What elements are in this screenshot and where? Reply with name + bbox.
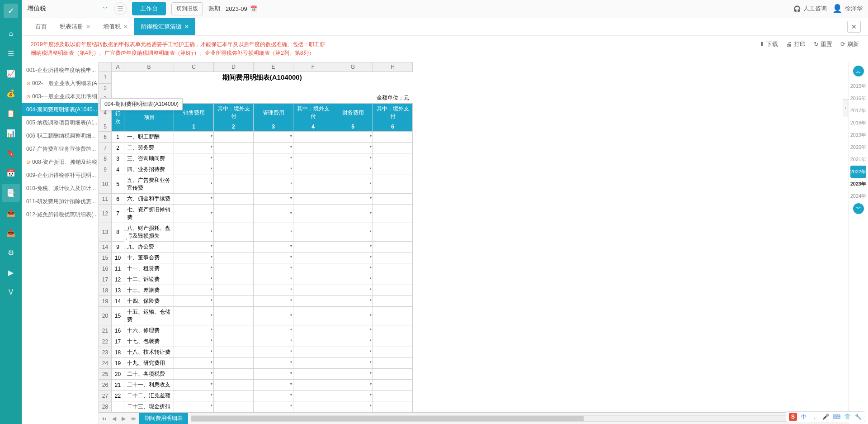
table-row[interactable]: 83三、咨询顾问费*** bbox=[99, 153, 413, 164]
year-option[interactable]: 2020年 bbox=[850, 141, 866, 153]
nav-v-icon[interactable]: V bbox=[2, 283, 20, 301]
nav-export-icon[interactable]: 📤 bbox=[2, 204, 20, 222]
form-list-item[interactable]: 001-企业所得税年度纳税申... bbox=[22, 64, 98, 77]
col-header[interactable]: E bbox=[254, 62, 293, 72]
nav-video-icon[interactable]: ▶ bbox=[2, 263, 20, 281]
switch-old-button[interactable]: 切到旧版 bbox=[171, 2, 203, 15]
year-option[interactable]: 2024年 bbox=[850, 190, 866, 202]
tax-type-dropdown[interactable]: 增值税 ﹀ bbox=[27, 5, 108, 13]
spreadsheet[interactable]: ABCDEFGH1期间费用明细表(A104000)23金额单位：元4行次项目销售… bbox=[99, 62, 848, 412]
year-option[interactable]: 2015年 bbox=[850, 80, 866, 92]
tab-税表清册[interactable]: 税表清册✕ bbox=[53, 18, 97, 35]
list-toggle-button[interactable]: ☰ bbox=[114, 2, 127, 15]
year-option[interactable]: 2021年 bbox=[850, 153, 866, 166]
nav-inbox-icon[interactable]: 📥 bbox=[2, 224, 20, 242]
ime-lang-label[interactable]: 中 bbox=[800, 413, 808, 421]
nav-home-icon[interactable]: ⌂ bbox=[2, 24, 20, 43]
table-row[interactable]: 2621二十一、利息收支*** bbox=[99, 380, 413, 391]
table-row[interactable]: 94四、业务招待费*** bbox=[99, 164, 413, 175]
form-list-item[interactable]: ⊘002-一般企业收入明细表(A1... bbox=[22, 77, 98, 90]
table-row[interactable]: 1813十三、差旅费*** bbox=[99, 285, 413, 296]
year-option[interactable]: 2023年 bbox=[850, 178, 866, 190]
tab-增值税[interactable]: 增值税✕ bbox=[97, 18, 134, 35]
table-row[interactable]: 61一、职工薪酬*** bbox=[99, 132, 413, 143]
table-row[interactable]: 2015十五、运输、仓储费*** bbox=[99, 307, 413, 325]
refresh-button[interactable]: ⟳刷新 bbox=[840, 40, 859, 48]
support-button[interactable]: 🎧 人工咨询 bbox=[793, 5, 827, 13]
table-row[interactable]: 2217十七、包装费*** bbox=[99, 336, 413, 347]
close-icon[interactable]: ✕ bbox=[184, 24, 189, 30]
form-list-item[interactable]: 007-广告费和业务宣传费跨... bbox=[22, 143, 98, 156]
close-icon[interactable]: ✕ bbox=[86, 24, 90, 30]
table-row[interactable]: 1914十四、保险费*** bbox=[99, 296, 413, 307]
print-button[interactable]: 🖨打印 bbox=[786, 40, 806, 48]
year-option[interactable]: 2017年 bbox=[850, 105, 866, 117]
col-header[interactable]: A bbox=[112, 62, 124, 72]
form-list-item[interactable]: 005-纳税调整项目明细表(A1... bbox=[22, 116, 98, 129]
table-row[interactable]: 149九、办公费*** bbox=[99, 242, 413, 252]
ime-mic-icon[interactable]: 🎤 bbox=[821, 413, 830, 421]
table-row[interactable]: 2722二十二、汇兑差额*** bbox=[99, 391, 413, 401]
year-option[interactable]: 2016年 bbox=[850, 92, 866, 105]
col-header[interactable]: G bbox=[333, 62, 373, 72]
horizontal-scrollbar[interactable] bbox=[191, 415, 845, 422]
col-header[interactable]: D bbox=[214, 62, 254, 72]
form-list-item[interactable]: 010-免税、减计收入及加计... bbox=[22, 182, 98, 195]
year-down-button[interactable]: ︾ bbox=[853, 203, 864, 214]
ime-keyboard-icon[interactable]: ⌨ bbox=[832, 413, 840, 421]
table-row[interactable]: 1611十一、租赁费*** bbox=[99, 263, 413, 274]
table-row[interactable]: 2116十六、修理费*** bbox=[99, 325, 413, 336]
form-list-item[interactable]: 006-职工薪酬纳税调整明细... bbox=[22, 129, 98, 143]
app-logo-icon[interactable]: ✓ bbox=[4, 4, 18, 18]
nav-tax-icon[interactable]: 📑 bbox=[2, 184, 20, 202]
form-list-item[interactable]: ⊘003-一般企业成本支出明细... bbox=[22, 90, 98, 103]
form-list-item[interactable]: 009-企业所得税弥补亏损明... bbox=[22, 169, 98, 182]
col-header[interactable]: B bbox=[124, 62, 174, 72]
table-row[interactable]: 28二十三、现金折扣*** bbox=[99, 401, 413, 412]
table-row[interactable]: 116六、佣金和手续费*** bbox=[99, 194, 413, 205]
sheet-nav-next[interactable]: ▶ bbox=[119, 415, 128, 422]
nav-stamp-icon[interactable]: 🔖 bbox=[2, 144, 20, 162]
table-row[interactable]: 1712十二、诉讼费*** bbox=[99, 274, 413, 285]
close-icon[interactable]: ✕ bbox=[123, 24, 128, 30]
year-option[interactable]: 2019年 bbox=[850, 129, 866, 141]
year-option[interactable]: 2022年 bbox=[850, 166, 866, 178]
nav-bag-icon[interactable]: 💰 bbox=[2, 84, 20, 102]
ime-toolbar[interactable]: S 中 ， 🎤 ⌨ 👕 🔧 bbox=[786, 411, 865, 422]
col-header[interactable]: H bbox=[373, 62, 413, 72]
table-row[interactable]: 72二、劳务费*** bbox=[99, 143, 413, 153]
ime-skin-icon[interactable]: 👕 bbox=[843, 413, 851, 421]
form-list-item[interactable]: 011-研发费用加计扣除优惠... bbox=[22, 195, 98, 208]
ime-punct-icon[interactable]: ， bbox=[811, 413, 819, 421]
user-menu[interactable]: 👤 徐泽华 bbox=[832, 4, 863, 14]
tab-首页[interactable]: 首页 bbox=[29, 18, 53, 35]
collapse-handle[interactable]: ‹ bbox=[124, 230, 129, 248]
col-header[interactable]: F bbox=[293, 62, 333, 72]
table-row[interactable]: 2520二十、各项税费*** bbox=[99, 369, 413, 380]
nav-clipboard-icon[interactable]: 📋 bbox=[2, 104, 20, 122]
form-list-item[interactable]: ⊘008-资产折旧、摊销及纳税... bbox=[22, 156, 98, 169]
sheet-nav-first[interactable]: ⏮ bbox=[99, 415, 109, 422]
download-button[interactable]: ⬇下载 bbox=[760, 40, 778, 48]
table-row[interactable]: 2419十九、研究费用*** bbox=[99, 358, 413, 369]
nav-chart-icon[interactable]: 📈 bbox=[2, 64, 20, 82]
tab-所得税汇算清缴[interactable]: 所得税汇算清缴✕ bbox=[134, 18, 195, 35]
col-header[interactable]: C bbox=[174, 62, 214, 72]
nav-report-icon[interactable]: 📊 bbox=[2, 124, 20, 142]
close-all-tabs-button[interactable]: ✕ bbox=[847, 21, 861, 33]
year-option[interactable]: 2018年 bbox=[850, 117, 866, 129]
nav-settings-icon[interactable]: ⚙ bbox=[2, 243, 20, 262]
table-row[interactable]: 1510十、董事会费*** bbox=[99, 252, 413, 263]
table-row[interactable]: 105五、广告费和业务宣传费*** bbox=[99, 175, 413, 194]
reset-button[interactable]: ↻重置 bbox=[814, 40, 832, 48]
sheet-tab[interactable]: 期间费用明细表 bbox=[139, 413, 188, 424]
year-up-button[interactable]: ︽ bbox=[853, 66, 864, 76]
table-row[interactable]: 2318十八、技术转让费*** bbox=[99, 347, 413, 358]
table-row[interactable]: 138八、财产损耗、盘亏及毁损损失*** bbox=[99, 223, 413, 242]
form-list-item[interactable]: 004-期间费用明细表(A1040... bbox=[22, 103, 98, 116]
form-list-item[interactable]: 012-减免所得税优惠明细表(... bbox=[22, 208, 98, 221]
period-picker[interactable]: 2023-09 📅 bbox=[226, 5, 257, 12]
nav-calendar-icon[interactable]: 📅 bbox=[2, 164, 20, 182]
ime-toolbox-icon[interactable]: 🔧 bbox=[854, 413, 862, 421]
nav-doc-icon[interactable]: ☰ bbox=[2, 44, 20, 62]
